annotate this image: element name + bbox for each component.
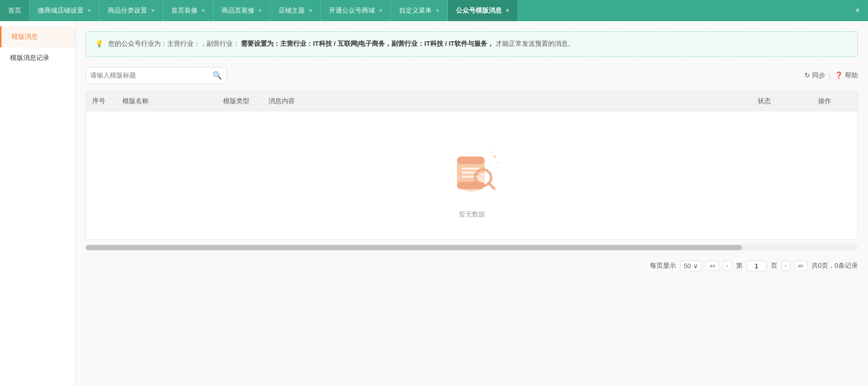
empty-text: 暂无数据 (459, 210, 485, 219)
page-size-value: 50 (684, 262, 691, 270)
tab-weshop-label: 微商城店铺设置 (38, 6, 84, 15)
notice-highlight: 需要设置为：主营行业：IT科技 / 互联网|电子商务，副营行业：IT科技 / I… (241, 40, 494, 47)
svg-rect-4 (462, 168, 480, 170)
sync-icon: ↻ (805, 71, 810, 79)
help-label: 帮助 (845, 71, 858, 80)
page-size-select[interactable]: 50 ∨ (680, 261, 701, 271)
sidebar-item-template-msg-record[interactable]: 模版消息记录 (0, 47, 75, 68)
tab-custom-menu-label: 自定义菜单 (399, 6, 432, 15)
page-prev-button[interactable]: ‹ (723, 261, 732, 271)
tab-product-decor[interactable]: 商品页装修 × (214, 0, 271, 21)
tab-home[interactable]: 首页 (0, 0, 30, 21)
data-table: 序号 模版名称 模版类型 消息内容 状态 操作 (86, 92, 857, 239)
tab-open-mall-label: 开通公众号商城 (329, 6, 375, 15)
tab-home-label: 首页 (8, 6, 21, 15)
tab-category-setting[interactable]: 商品分类设置 × (100, 0, 163, 21)
sidebar: 模版消息 模版消息记录 (0, 21, 76, 386)
svg-line-9 (489, 183, 494, 189)
tab-open-mall[interactable]: 开通公众号商城 × (321, 0, 391, 21)
col-header-name: 模版名称 (116, 92, 217, 111)
search-icon[interactable]: 🔍 (213, 71, 222, 80)
toolbar-right: ↻ 同步 | ❓ 帮助 (805, 71, 858, 80)
tab-bar-close-all[interactable]: × (847, 0, 868, 21)
sidebar-item-template-msg-label: 模版消息 (12, 33, 38, 40)
tab-weshop-setting[interactable]: 微商城店铺设置 × (30, 0, 100, 21)
tab-product-decor-close[interactable]: × (258, 7, 262, 14)
help-icon: ❓ (835, 71, 843, 79)
svg-point-11 (497, 162, 499, 164)
svg-rect-5 (462, 172, 476, 174)
page-size-prefix: 每页显示 (650, 261, 676, 270)
page-size-arrow: ∨ (693, 262, 698, 270)
tab-shop-theme[interactable]: 店铺主题 × (271, 0, 321, 21)
col-header-content: 消息内容 (262, 92, 752, 111)
tab-weshop-close[interactable]: × (88, 7, 91, 14)
tab-bar: 首页 微商城店铺设置 × 商品分类设置 × 首页装修 × 商品页装修 × 店铺主… (0, 0, 868, 21)
svg-point-12 (490, 151, 492, 153)
page-label-di: 第 (736, 261, 743, 270)
table-header-row: 序号 模版名称 模版类型 消息内容 状态 操作 (86, 92, 857, 111)
tab-home-decor-close[interactable]: × (202, 7, 205, 14)
tab-product-decor-label: 商品页装修 (222, 6, 254, 15)
page-unit: 页 (771, 261, 777, 270)
data-table-wrapper: 序号 模版名称 模版类型 消息内容 状态 操作 (86, 91, 858, 240)
sidebar-item-template-msg[interactable]: 模版消息 (0, 26, 75, 47)
tab-home-decor-label: 首页装修 (171, 6, 197, 15)
notice-suffix: 才能正常发送预置的消息。 (496, 40, 574, 47)
tab-home-decor[interactable]: 首页装修 × (163, 0, 214, 21)
page-current-input[interactable] (747, 261, 767, 271)
notice-icon: 💡 (95, 40, 103, 47)
sidebar-item-template-msg-record-label: 模版消息记录 (10, 54, 49, 61)
scroll-thumb (86, 245, 742, 250)
pagination-row: 每页显示 50 ∨ ⏮ ‹ 第 页 › ⏭ 共0页，0条记录 (86, 256, 858, 276)
search-row: 🔍 ↻ 同步 | ❓ 帮助 (86, 67, 858, 84)
col-header-type: 模版类型 (217, 92, 262, 111)
tab-template-msg[interactable]: 公众号模版消息 × (448, 0, 518, 21)
tab-category-close[interactable]: × (151, 7, 155, 14)
content-area: 💡 您的公众号行业为：主营行业：，副营行业： 需要设置为：主营行业：IT科技 /… (76, 21, 868, 386)
tab-category-label: 商品分类设置 (108, 6, 147, 15)
tab-shop-theme-label: 店铺主题 (279, 6, 305, 15)
help-button[interactable]: ❓ 帮助 (835, 71, 858, 80)
sync-button[interactable]: ↻ 同步 (805, 71, 825, 80)
tab-template-msg-label: 公众号模版消息 (456, 6, 502, 15)
tab-open-mall-close[interactable]: × (379, 7, 382, 14)
tab-shop-theme-close[interactable]: × (309, 7, 312, 14)
notice-prefix: 您的公众号行业为：主营行业：，副营行业： (108, 40, 239, 47)
main-layout: 模版消息 模版消息记录 💡 您的公众号行业为：主营行业：，副营行业： 需要设置为… (0, 21, 868, 386)
tab-custom-menu[interactable]: 自定义菜单 × (391, 0, 448, 21)
svg-point-8 (478, 173, 488, 183)
svg-point-10 (493, 155, 496, 158)
tab-template-msg-close[interactable]: × (506, 7, 509, 14)
total-info: 共0页，0条记录 (812, 261, 858, 270)
search-input-wrap[interactable]: 🔍 (86, 67, 227, 84)
col-header-index: 序号 (86, 92, 116, 111)
notice-banner: 💡 您的公众号行业为：主营行业：，副营行业： 需要设置为：主营行业：IT科技 /… (86, 31, 858, 57)
empty-state: 暂无数据 (86, 111, 857, 239)
horizontal-scrollbar[interactable] (86, 245, 858, 251)
tab-custom-menu-close[interactable]: × (436, 7, 439, 14)
page-last-button[interactable]: ⏭ (794, 261, 808, 271)
empty-state-icon (442, 141, 502, 202)
search-input[interactable] (90, 71, 213, 79)
col-header-status: 状态 (752, 92, 812, 111)
sync-label: 同步 (812, 71, 825, 80)
col-header-action: 操作 (812, 92, 857, 111)
page-next-button[interactable]: › (781, 261, 790, 271)
page-first-button[interactable]: ⏮ (706, 261, 719, 271)
svg-rect-2 (457, 157, 485, 164)
toolbar-divider: | (829, 71, 831, 79)
